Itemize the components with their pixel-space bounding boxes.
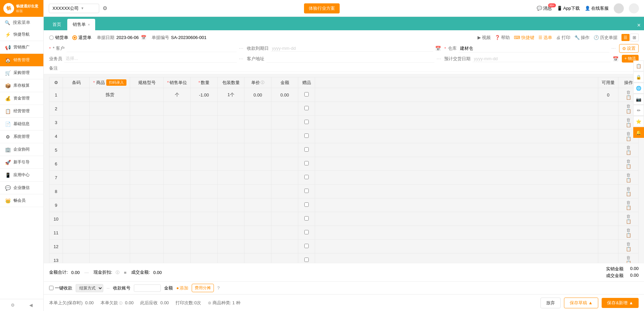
copy-icon-10[interactable]: 📋 [626, 233, 631, 238]
row-goods-9[interactable] [90, 212, 130, 226]
tab-home[interactable]: 首页 [47, 19, 67, 30]
gift-checkbox-7[interactable] [304, 189, 309, 193]
customer-addr-dots[interactable]: ··· [437, 56, 441, 62]
shortcut-btn[interactable]: ⌨ 快捷键 [514, 35, 534, 41]
row-goods-7[interactable] [90, 185, 130, 198]
copy-icon-8[interactable]: 📋 [626, 205, 631, 210]
row-goods-11[interactable] [90, 240, 130, 254]
row-qty-4[interactable] [191, 143, 218, 157]
row-pkg-7[interactable] [218, 185, 244, 198]
row-goods-0[interactable]: 拣货 [90, 88, 130, 102]
copy-icon-0[interactable]: 📋 [626, 95, 631, 100]
gift-checkbox-8[interactable] [304, 202, 309, 207]
row-desc-11[interactable] [315, 240, 598, 254]
float-btn-1[interactable]: 📋 [633, 61, 644, 71]
float-btn-5[interactable]: ✏ [633, 105, 644, 116]
copy-icon-7[interactable]: 📋 [626, 191, 631, 196]
float-btn-4[interactable]: 📷 [633, 94, 644, 105]
gift-checkbox-5[interactable] [304, 161, 309, 165]
message-btn[interactable]: 💬 消息 99+ [537, 5, 552, 11]
row-qty-6[interactable] [191, 171, 218, 185]
copy-icon-5[interactable]: 📋 [626, 164, 631, 169]
row-spec-9[interactable] [130, 212, 164, 226]
row-amount-11[interactable] [271, 240, 298, 254]
draft-btn[interactable]: 保存草稿 ▲ [564, 298, 599, 308]
gift-checkbox-2[interactable] [304, 120, 309, 124]
row-goods-4[interactable] [90, 143, 130, 157]
row-qty-12[interactable] [191, 254, 218, 263]
search-menu[interactable]: 🔍 搜索菜单 [0, 17, 43, 28]
float-btn-7[interactable]: 🔔 [633, 127, 644, 138]
row-pkg-5[interactable] [218, 157, 244, 171]
row-gift-11[interactable] [298, 240, 315, 254]
row-barcode-4[interactable] [63, 143, 90, 157]
row-qty-11[interactable] [191, 240, 218, 254]
row-barcode-3[interactable] [63, 129, 90, 143]
customer-dots[interactable]: ··· [239, 45, 243, 51]
row-goods-2[interactable] [90, 116, 130, 129]
copy-icon-2[interactable]: 📋 [626, 122, 631, 127]
row-gift-5[interactable] [298, 157, 315, 171]
row-desc-2[interactable] [315, 116, 598, 129]
gift-checkbox-4[interactable] [304, 147, 309, 152]
gift-checkbox-3[interactable] [304, 133, 309, 138]
trial-button[interactable]: 体验行业方案 [304, 3, 340, 13]
row-qty-1[interactable] [191, 102, 218, 116]
row-price-6[interactable] [244, 171, 271, 185]
delete-icon-3[interactable]: 🗑 [626, 131, 631, 136]
delete-icon-10[interactable]: 🗑 [626, 228, 631, 233]
sidebar-item-wechat[interactable]: 💬 企业微信 [0, 182, 43, 194]
row-barcode-0[interactable] [63, 88, 90, 102]
sidebar-item-quick-nav[interactable]: ⚡ 快捷导航 [0, 28, 43, 41]
row-unit-6[interactable] [164, 171, 191, 185]
row-goods-6[interactable] [90, 171, 130, 185]
sidebar-item-enterprise[interactable]: 🏢 企业协同 [0, 143, 43, 156]
gift-checkbox-11[interactable] [304, 244, 309, 248]
history-btn[interactable]: 🕐 历史单据 [594, 35, 617, 41]
row-gift-1[interactable] [298, 102, 315, 116]
row-desc-6[interactable] [315, 171, 598, 185]
row-unit-11[interactable] [164, 240, 191, 254]
row-desc-5[interactable] [315, 157, 598, 171]
row-qty-10[interactable] [191, 226, 218, 240]
row-amount-10[interactable] [271, 226, 298, 240]
row-unit-10[interactable] [164, 226, 191, 240]
col-settings-header[interactable]: ⚙ [49, 77, 63, 88]
row-gift-10[interactable] [298, 226, 315, 240]
row-unit-2[interactable] [164, 116, 191, 129]
row-amount-4[interactable] [271, 143, 298, 157]
row-gift-3[interactable] [298, 129, 315, 143]
delete-icon-8[interactable]: 🗑 [626, 200, 631, 205]
delete-icon-6[interactable]: 🗑 [626, 172, 631, 178]
settings-icon[interactable]: ⚙ [54, 80, 58, 85]
row-unit-0[interactable]: 个 [164, 88, 191, 102]
row-spec-7[interactable] [130, 185, 164, 198]
sidebar-item-sales[interactable]: 🏠 销售管理 [0, 54, 43, 67]
float-btn-3[interactable]: 🌐 [633, 83, 644, 93]
row-barcode-8[interactable] [63, 198, 90, 212]
delete-icon-1[interactable]: 🗑 [626, 104, 631, 109]
avatar[interactable] [614, 3, 624, 13]
row-spec-4[interactable] [130, 143, 164, 157]
gift-checkbox-9[interactable] [304, 216, 309, 221]
row-barcode-12[interactable] [63, 254, 90, 263]
row-price-12[interactable] [244, 254, 271, 263]
row-gift-9[interactable] [298, 212, 315, 226]
window-close-btn[interactable]: × [637, 22, 641, 29]
sidebar-item-inventory[interactable]: 📦 库存核算 [0, 79, 43, 92]
row-price-9[interactable] [244, 212, 271, 226]
fee-split-btn[interactable]: 费用分摊 [192, 284, 214, 292]
row-gift-6[interactable] [298, 171, 315, 185]
row-amount-1[interactable] [271, 102, 298, 116]
delete-icon-0[interactable]: 🗑 [626, 90, 631, 95]
row-qty-9[interactable] [191, 212, 218, 226]
warehouse-input[interactable]: 建材仓 [459, 45, 609, 52]
row-gift-0[interactable] [298, 88, 315, 102]
select-btn[interactable]: ☰ 选单 [538, 35, 552, 41]
set-btn[interactable]: ⚙ 设置 [619, 44, 639, 53]
row-desc-0[interactable] [315, 88, 598, 102]
row-pkg-11[interactable] [218, 240, 244, 254]
sidebar-item-operations[interactable]: 📋 经营管理 [0, 105, 43, 118]
row-goods-5[interactable] [90, 157, 130, 171]
row-price-8[interactable] [244, 198, 271, 212]
